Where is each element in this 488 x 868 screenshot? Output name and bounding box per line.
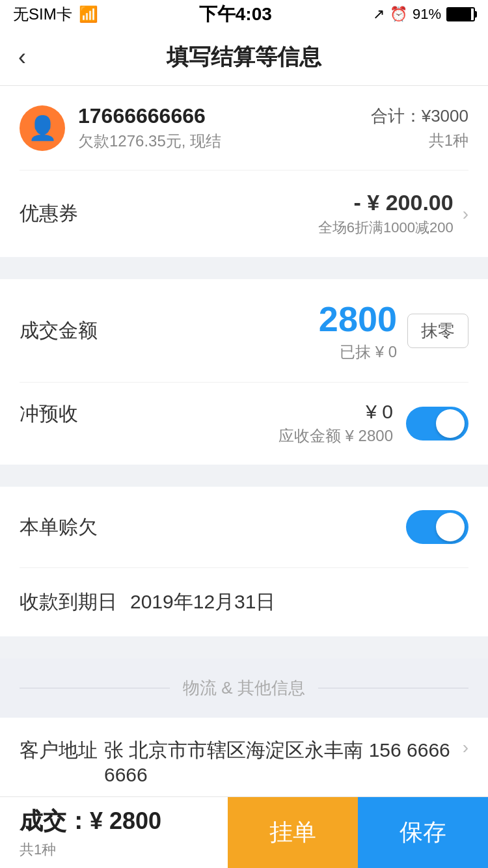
user-info-row: 👤 17666666666 欠款1276.35元, 现结 合计：¥3000 共1… — [0, 86, 488, 170]
bottom-total-amount: ¥ 2800 — [90, 807, 161, 834]
bottom-total: 成交：¥ 2800 — [20, 806, 208, 837]
debt-toggle-knob — [436, 513, 465, 541]
total-count: 共1种 — [371, 130, 468, 151]
coupon-desc: 全场6折满1000减200 — [318, 218, 454, 237]
coupon-chevron-icon: › — [463, 204, 468, 224]
avatar-icon: 👤 — [28, 115, 57, 142]
address-content: 张 北京市市辖区海淀区永丰南 156 6666 6666 — [104, 737, 454, 786]
address-section: 客户地址 张 北京市市辖区海淀区永丰南 156 6666 6666 › — [0, 718, 488, 806]
address-row[interactable]: 客户地址 张 北京市市辖区海淀区永丰南 156 6666 6666 › — [0, 718, 488, 806]
coupon-label: 优惠券 — [20, 200, 78, 227]
prepay-amount: ¥ 0 — [278, 401, 393, 423]
address-label: 客户地址 — [20, 737, 104, 764]
debt-label: 本单赊欠 — [20, 514, 98, 541]
bottom-count: 共1种 — [20, 840, 208, 860]
status-left: 无SIM卡 📶 — [13, 4, 98, 25]
user-info-section: 👤 17666666666 欠款1276.35元, 现结 合计：¥3000 共1… — [0, 86, 488, 257]
prepay-row: 冲预收 ¥ 0 应收金额 ¥ 2800 — [0, 383, 488, 465]
prepay-toggle[interactable] — [406, 407, 468, 441]
transaction-label: 成交金额 — [20, 318, 98, 344]
prepay-label: 冲预收 — [20, 401, 78, 427]
user-sub-text: 欠款1276.35元, 现结 — [78, 131, 221, 152]
prepay-right: ¥ 0 应收金额 ¥ 2800 — [278, 401, 468, 446]
user-phone: 17666666666 — [78, 104, 221, 128]
transaction-amount: 2800 — [319, 299, 397, 339]
round-zero-button[interactable]: 抹零 — [407, 314, 468, 348]
coupon-row[interactable]: 优惠券 - ¥ 200.00 全场6折满1000减200 › — [0, 170, 488, 257]
transaction-section: 成交金额 2800 已抹 ¥ 0 抹零 冲预收 ¥ 0 应收金额 ¥ 2800 — [0, 279, 488, 465]
nav-bar: ‹ 填写结算等信息 — [0, 29, 488, 86]
bottom-total-label: 成交： — [20, 807, 90, 834]
hang-button-label: 挂单 — [269, 817, 316, 848]
save-button[interactable]: 保存 — [358, 797, 488, 869]
logistics-section-title-row: 物流 & 其他信息 — [0, 658, 488, 718]
due-date-label: 收款到期日 — [20, 589, 117, 616]
status-time: 下午4:03 — [199, 2, 272, 27]
battery-icon — [446, 7, 475, 21]
toggle-knob — [436, 409, 465, 438]
page-title: 填写结算等信息 — [167, 42, 321, 72]
logistics-section-title: 物流 & 其他信息 — [170, 677, 318, 699]
transaction-sub: 已抹 ¥ 0 — [319, 342, 397, 362]
bottom-summary: 成交：¥ 2800 共1种 — [0, 806, 228, 860]
coupon-discount: - ¥ 200.00 — [318, 190, 454, 215]
save-button-label: 保存 — [400, 817, 446, 848]
transaction-row: 成交金额 2800 已抹 ¥ 0 抹零 — [0, 279, 488, 382]
total-label: 合计：¥3000 — [371, 105, 468, 128]
status-right: ↗ ⏰ 91% — [373, 6, 475, 23]
due-date-row: 收款到期日 2019年12月31日 — [0, 568, 488, 636]
sim-label: 无SIM卡 — [13, 4, 72, 25]
bottom-bar: 成交：¥ 2800 共1种 挂单 保存 — [0, 796, 488, 868]
content-area: 👤 17666666666 欠款1276.35元, 现结 合计：¥3000 共1… — [0, 86, 488, 868]
user-total: 合计：¥3000 共1种 — [371, 105, 468, 151]
alarm-icon: ⏰ — [390, 6, 407, 23]
transaction-right: 2800 已抹 ¥ 0 抹零 — [319, 299, 468, 362]
title-line-left — [20, 688, 170, 688]
due-date-value: 2019年12月31日 — [130, 589, 275, 616]
prepay-amounts: ¥ 0 应收金额 ¥ 2800 — [278, 401, 393, 446]
back-button[interactable]: ‹ — [18, 44, 26, 71]
debt-toggle[interactable] — [406, 510, 468, 544]
user-left: 👤 17666666666 欠款1276.35元, 现结 — [20, 104, 221, 152]
debt-section: 本单赊欠 收款到期日 2019年12月31日 — [0, 487, 488, 636]
gray-separator-2 — [0, 475, 488, 487]
prepay-sub: 应收金额 ¥ 2800 — [278, 426, 393, 446]
coupon-right: - ¥ 200.00 全场6折满1000减200 › — [318, 190, 468, 237]
address-chevron-icon: › — [463, 737, 468, 758]
gray-separator-1 — [0, 267, 488, 279]
location-icon: ↗ — [373, 6, 385, 23]
gray-separator-3 — [0, 647, 488, 658]
battery-percent: 91% — [413, 6, 441, 23]
debt-row: 本单赊欠 — [0, 487, 488, 567]
status-bar: 无SIM卡 📶 下午4:03 ↗ ⏰ 91% — [0, 0, 488, 29]
user-details: 17666666666 欠款1276.35元, 现结 — [78, 104, 221, 152]
avatar: 👤 — [20, 105, 65, 151]
hang-button[interactable]: 挂单 — [228, 797, 358, 869]
wifi-icon: 📶 — [79, 5, 98, 23]
title-line-right — [318, 688, 468, 688]
